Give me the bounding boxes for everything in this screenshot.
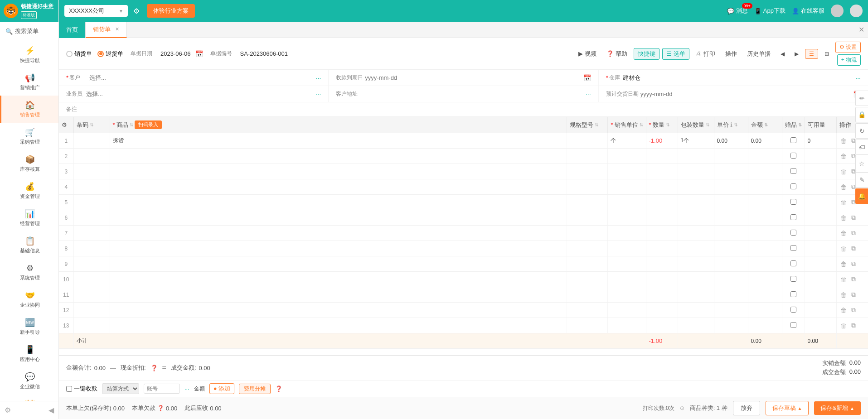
sidebar-item-wechat[interactable]: 💬 企业微信: [0, 367, 58, 395]
question-icon[interactable]: ❓: [150, 365, 158, 371]
row-13-copy-button[interactable]: ⧉: [850, 321, 857, 330]
one-click-payment-checkbox[interactable]: [66, 386, 72, 392]
gift-checkbox-6[interactable]: [790, 214, 796, 220]
sidebar-item-app-center[interactable]: 📱 应用中心: [0, 340, 58, 367]
next-record-button[interactable]: ▶: [791, 49, 802, 58]
sidebar-item-marketing[interactable]: 📢 营销推广: [0, 68, 58, 96]
tab-home[interactable]: 首页: [59, 22, 86, 38]
sidebar-collapse-button[interactable]: ◀: [48, 405, 55, 415]
sidebar-search-area[interactable]: 🔍 搜索菜单: [0, 22, 58, 41]
row-6-copy-button[interactable]: ⧉: [850, 213, 857, 222]
gift-checkbox-8[interactable]: [790, 245, 796, 251]
sidebar-item-sales[interactable]: 🏠 销售管理: [0, 96, 58, 123]
product-sort-icon[interactable]: ⇅: [130, 122, 133, 127]
row-10-delete-button[interactable]: 🗑: [839, 275, 848, 284]
row-9-copy-button[interactable]: ⧉: [850, 259, 857, 269]
salesperson-input[interactable]: [84, 90, 314, 98]
row-5-delete-button[interactable]: 🗑: [839, 198, 848, 207]
row-1-unit[interactable]: 个: [608, 133, 646, 149]
card-view-button[interactable]: ⊟: [821, 49, 833, 58]
help-button[interactable]: ❓ 帮助: [603, 48, 631, 59]
row-2-delete-button[interactable]: 🗑: [839, 152, 848, 161]
sidebar-item-system[interactable]: ⚙ 系统管理: [0, 259, 58, 286]
warehouse-dots-icon[interactable]: ···: [855, 74, 861, 82]
row-1-spec[interactable]: [567, 133, 608, 149]
row-12-copy-button[interactable]: ⧉: [850, 305, 857, 315]
row-1-amount[interactable]: 0.00: [748, 133, 782, 149]
row-7-copy-button[interactable]: ⧉: [850, 228, 857, 238]
sidebar-item-enterprise[interactable]: 🤝 企业协同: [0, 286, 58, 313]
return-order-radio[interactable]: 退货单: [97, 50, 123, 58]
right-sidebar-alert-button[interactable]: 🔔: [855, 188, 868, 204]
right-sidebar-edit-button[interactable]: ✏: [855, 91, 868, 106]
row-10-copy-button[interactable]: ⧉: [850, 275, 857, 284]
salesperson-dots-icon[interactable]: ···: [316, 91, 321, 98]
prev-record-button[interactable]: ◀: [777, 49, 788, 58]
sidebar-item-member[interactable]: 👑 畅会员: [0, 395, 58, 401]
operation-button[interactable]: 操作: [722, 48, 741, 59]
history-button[interactable]: 历史单据: [743, 48, 774, 59]
account-no-input[interactable]: [144, 384, 180, 394]
sidebar-item-inventory[interactable]: 📦 库存核算: [0, 150, 58, 177]
scan-barcode-button[interactable]: 扫码录入: [135, 120, 162, 129]
right-sidebar-lock-button[interactable]: 🔒: [855, 107, 868, 122]
row-8-copy-button[interactable]: ⧉: [850, 244, 857, 253]
search-menu-button[interactable]: 🔍 搜索菜单: [4, 25, 55, 37]
th-settings[interactable]: ⚙: [59, 117, 73, 133]
list-view-button[interactable]: ☰: [805, 49, 818, 59]
settings-btn[interactable]: ⚙ 设置: [835, 42, 861, 53]
row-1-barcode[interactable]: [73, 133, 110, 149]
row-3-delete-button[interactable]: 🗑: [839, 167, 848, 176]
amount-sort-icon[interactable]: ⇅: [764, 122, 768, 127]
row-11-copy-button[interactable]: ⧉: [850, 290, 857, 299]
sidebar-item-quick-nav[interactable]: ⚡ 快捷导航: [0, 41, 58, 68]
gift-sort-icon[interactable]: ⇅: [798, 122, 802, 127]
due-date-calendar-icon[interactable]: 📅: [583, 74, 591, 82]
right-sidebar-note-button[interactable]: ✎: [855, 172, 868, 188]
gift-checkbox-5[interactable]: [790, 199, 796, 205]
sidebar-item-guide[interactable]: 🆕 新手引导: [0, 313, 58, 340]
right-sidebar-star-button[interactable]: ☆: [855, 156, 868, 171]
row-12-delete-button[interactable]: 🗑: [839, 306, 848, 315]
price-info-icon[interactable]: ℹ: [730, 121, 732, 128]
tab-close-icon[interactable]: ✕: [115, 26, 119, 32]
customer-addr-input[interactable]: [363, 90, 584, 98]
gift-checkbox-3[interactable]: [790, 168, 796, 174]
tab-close-all-icon[interactable]: ✕: [858, 26, 864, 34]
shortcut-button[interactable]: 快捷键: [634, 48, 659, 60]
gift-checkbox-9[interactable]: [790, 260, 796, 266]
row-4-delete-button[interactable]: 🗑: [839, 183, 848, 192]
gift-checkbox-10[interactable]: [790, 276, 796, 282]
product-type-icon[interactable]: ⊙: [680, 405, 684, 411]
row-1-delete-button[interactable]: 🗑: [839, 136, 848, 145]
one-click-payment[interactable]: 一键收款: [66, 385, 97, 393]
packqty-sort-icon[interactable]: ⇅: [706, 122, 709, 127]
unit-sort-icon[interactable]: ⇅: [640, 122, 643, 127]
calendar-icon[interactable]: 📅: [195, 50, 203, 58]
row-1-pack-qty[interactable]: 1个: [678, 133, 714, 149]
qty-sort-icon[interactable]: ⇅: [666, 122, 669, 127]
gift-checkbox-2[interactable]: [790, 153, 796, 159]
topbar-gear-icon[interactable]: ⚙: [133, 7, 140, 15]
sidebar-item-purchase[interactable]: 🛒 采购管理: [0, 123, 58, 150]
row-9-delete-button[interactable]: 🗑: [839, 260, 848, 269]
user-avatar[interactable]: [831, 5, 844, 17]
customer-dots-icon[interactable]: ···: [316, 74, 321, 82]
company-selector[interactable]: XXXXXX公司 ▼: [64, 5, 128, 17]
gift-checkbox-13[interactable]: [790, 322, 796, 328]
calc-method-select[interactable]: 结算方式: [102, 383, 139, 394]
price-sort-icon[interactable]: ⇅: [734, 122, 737, 127]
barcode-sort-icon[interactable]: ⇅: [90, 122, 93, 127]
gift-checkbox-4[interactable]: [790, 183, 796, 189]
print-button[interactable]: 🖨 打印: [692, 48, 719, 59]
delivery-date-input[interactable]: [639, 90, 851, 98]
row-13-delete-button[interactable]: 🗑: [839, 321, 848, 330]
gift-checkbox-1[interactable]: [790, 137, 796, 143]
row-1-qty[interactable]: -1.00: [646, 133, 678, 149]
customer-input[interactable]: [87, 73, 314, 82]
row-1-gift[interactable]: [782, 133, 805, 149]
topbar-messages[interactable]: 💬 消息 99+: [727, 7, 748, 15]
topbar-service[interactable]: 👤 在线客服: [792, 7, 824, 15]
gift-checkbox-11[interactable]: [790, 291, 796, 297]
row-11-delete-button[interactable]: 🗑: [839, 290, 848, 299]
